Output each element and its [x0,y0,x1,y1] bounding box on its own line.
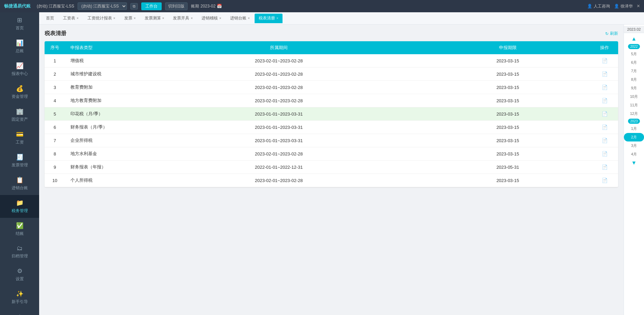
cell-action[interactable]: 📄 [591,54,618,68]
page-content: 税表清册 ↻ 刷新 序号申报表类型所属期间申报期限操作 1增 [39,25,644,315]
timeline-month-2023-3月[interactable]: 3月 [624,141,644,150]
timeline-down-arrow[interactable]: ▼ [631,159,637,167]
sidebar-item-ledger[interactable]: 📊总账 [0,35,39,58]
tab-wage-stat[interactable]: 工资统计报表× [83,14,119,23]
timeline-month-2022-5月[interactable]: 5月 [624,50,644,58]
sidebar-item-purchase[interactable]: 📋进销台账 [0,172,39,195]
user-info[interactable]: 👤 徐泽华 [614,3,633,9]
timeline-month-2023-1月[interactable]: 1月 [624,124,644,133]
sidebar-item-fixed[interactable]: 🏢固定资产 [0,104,39,126]
tab-close-wage-stat[interactable]: × [113,16,115,20]
timeline-month-2022-11月[interactable]: 11月 [624,101,644,109]
company-dropdown[interactable]: (勿动) 江西服宝-LSS [78,2,127,10]
action-icon-8[interactable]: 📄 [602,151,608,156]
cell-type: 地方水利基金 [65,147,133,161]
action-icon-1[interactable]: 📄 [602,58,608,63]
action-icon-7[interactable]: 📄 [602,138,608,143]
sidebar-item-fund[interactable]: 💰资金管理 [0,81,39,104]
tab-wage-table[interactable]: 工资表× [59,14,83,23]
tab-invoice[interactable]: 发票× [120,14,140,23]
tab-label-invoice-calc: 发票测算 [145,15,161,21]
table-row: 8地方水利基金2023-02-01~2023-02-282023-03-15📄 [45,147,618,161]
sidebar-item-home[interactable]: ⊞首页 [0,12,39,35]
sidebar-item-wage[interactable]: 💳工资 [0,126,39,149]
cell-period: 2023-02-01~2023-02-28 [133,94,424,107]
tab-close-invoice-calc[interactable]: × [162,16,164,20]
table-row: 10个人所得税2023-02-01~2023-02-282023-03-15📄 [45,174,618,187]
tab-purchase-ledger[interactable]: 进销台账× [226,14,254,23]
switch-button[interactable]: 切到旧版 [165,2,188,10]
action-icon-10[interactable]: 📄 [602,178,608,183]
action-icon-9[interactable]: 📄 [602,164,608,170]
cell-action[interactable]: 📄 [591,134,618,147]
tab-close-purchase-audit[interactable]: × [219,16,221,20]
cell-deadline: 2023-03-15 [424,81,591,94]
timeline-month-2022-7月[interactable]: 7月 [624,67,644,75]
cell-action[interactable]: 📄 [591,107,618,121]
cell-action[interactable]: 📄 [591,174,618,187]
cell-action[interactable]: 📄 [591,161,618,174]
fixed-icon: 🏢 [16,108,23,115]
table-row: 1增值税2023-02-01~2023-02-282023-03-15📄 [45,54,618,68]
tab-close-invoice[interactable]: × [134,16,136,20]
timeline-month-2023-4月[interactable]: 4月 [624,150,644,159]
timeline-month-2022-12月[interactable]: 12月 [624,109,644,118]
timeline-content: 20225月6月7月8月9月10月11月12月20231月2月3月4月 [624,43,644,159]
sidebar-item-tax[interactable]: 📁税务管理 [0,195,39,218]
tab-close-tax-clear[interactable]: × [276,16,278,20]
year-badge-2022[interactable]: 2022 [628,44,640,49]
action-icon-6[interactable]: 📄 [602,124,608,130]
close-button[interactable]: × [637,3,640,9]
col-申报期限: 申报期限 [424,41,591,54]
sidebar-item-invoice[interactable]: 🧾发票管理 [0,149,39,172]
company-name: (勿动) 江西服宝-LSS [37,3,74,9]
tab-close-invoice-open[interactable]: × [191,16,193,20]
sidebar-item-guide[interactable]: ✨新手引导 [0,286,39,309]
refresh-button[interactable]: ↻ 刷新 [605,31,618,36]
sidebar-item-report[interactable]: 📈报表中心 [0,58,39,81]
sidebar-item-settings[interactable]: ⚙设置 [0,263,39,286]
tab-label-wage-stat: 工资统计报表 [87,15,112,21]
tab-invoice-calc[interactable]: 发票测算× [141,14,168,23]
tab-close-purchase-ledger[interactable]: × [248,16,250,20]
cell-action[interactable]: 📄 [591,68,618,81]
service-button[interactable]: 👤 人工咨询 [587,3,610,9]
cell-period: 2023-01-01~2023-03-31 [133,107,424,121]
tab-purchase-audit[interactable]: 进销稽核× [197,14,225,23]
year-badge-2023[interactable]: 2023 [628,119,640,124]
timeline-month-2022-9月[interactable]: 9月 [624,84,644,92]
cell-type: 城市维护建设税 [65,68,133,81]
cell-id: 4 [45,94,65,107]
tab-invoice-open[interactable]: 发票开具× [169,14,197,23]
action-icon-4[interactable]: 📄 [602,98,608,103]
tab-tax-clear[interactable]: 税表清册× [255,14,283,23]
action-icon-2[interactable]: 📄 [602,71,608,77]
workspace-button[interactable]: 工作台 [141,2,162,10]
tab-close-wage-table[interactable]: × [77,16,79,20]
table-row: 6财务报表（月/季）2023-01-01~2023-03-312023-03-1… [45,121,618,134]
timeline-month-active[interactable]: 2月 [624,133,644,141]
cell-action[interactable]: 📄 [591,94,618,107]
copy-button[interactable]: ⧉ [130,3,138,10]
settings-icon: ⚙ [17,267,22,275]
table-row: 7企业所得税2023-01-01~2023-03-312023-03-15📄 [45,134,618,147]
cell-action[interactable]: 📄 [591,81,618,94]
tab-home[interactable]: 首页 [42,14,58,22]
sidebar-item-archive[interactable]: 🗂归档管理 [0,241,39,263]
cell-deadline: 2023-05-31 [424,161,591,174]
cell-action[interactable]: 📄 [591,121,618,134]
timeline-up-arrow[interactable]: ▲ [631,34,637,43]
cell-period: 2023-01-01~2023-03-31 [133,121,424,134]
action-icon-3[interactable]: 📄 [602,85,608,90]
wage-icon: 💳 [16,131,23,138]
action-icon-5[interactable]: 📄 [602,111,608,117]
sidebar-item-member[interactable]: ★畅会员 [0,309,39,315]
cell-id: 6 [45,121,65,134]
cell-action[interactable]: 📄 [591,147,618,161]
timeline-month-2022-10月[interactable]: 10月 [624,92,644,101]
timeline-month-2022-8月[interactable]: 8月 [624,75,644,84]
cell-type: 教育费附加 [65,81,133,94]
sidebar-label-fixed: 固定资产 [12,117,28,122]
sidebar-item-settle[interactable]: ✅结账 [0,218,39,241]
timeline-month-2022-6月[interactable]: 6月 [624,58,644,67]
